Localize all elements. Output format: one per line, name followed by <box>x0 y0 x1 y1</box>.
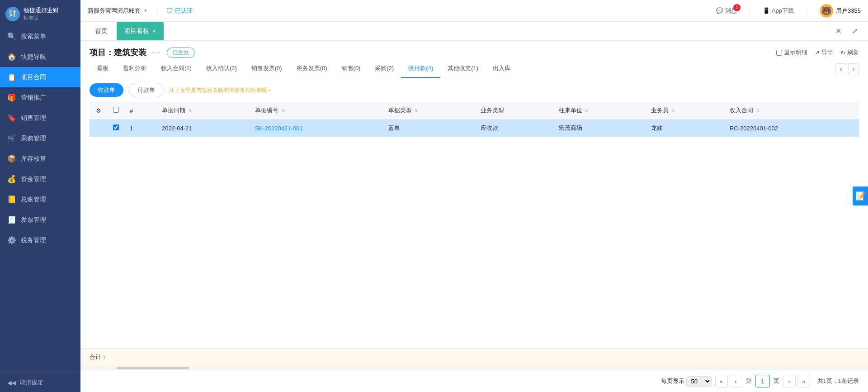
table-header-row: ⚙ # 单据日期 ⇅ 单据编号 ⇅ <box>90 102 859 120</box>
sidebar-item-invoice[interactable]: 🧾 发票管理 <box>0 210 80 230</box>
sidebar-item-label: 搜索菜单 <box>21 33 46 41</box>
receive-filter-button[interactable]: 收款单 <box>90 83 123 97</box>
subtab-income-confirm[interactable]: 收入确认(2) <box>199 60 244 78</box>
last-page-button[interactable]: » <box>797 375 810 387</box>
show-detail-checkbox[interactable]: 显示明细 <box>776 48 807 57</box>
marketing-icon: 🎁 <box>7 93 16 102</box>
tab-home[interactable]: 首页 <box>88 22 115 40</box>
sort-icon[interactable]: ⇅ <box>756 108 760 113</box>
home-icon: 🏠 <box>7 53 16 61</box>
income-contract-column-header[interactable]: 收入合同 ⇅ <box>724 102 859 120</box>
project-actions: 显示明细 ↗ 导出 ↻ 刷新 <box>776 48 859 57</box>
page-size-selector[interactable]: 每页显示 50 10 20 100 <box>661 376 712 387</box>
subtab-prev-button[interactable]: ‹ <box>835 63 846 74</box>
sidebar-item-funds[interactable]: 💰 资金管理 <box>0 169 80 189</box>
subtab-other-income[interactable]: 其他收支(1) <box>440 60 486 78</box>
sidebar-item-label: 采购管理 <box>21 134 46 143</box>
partner-column-header[interactable]: 往来单位 ⇅ <box>553 102 646 120</box>
sidebar-item-marketing[interactable]: 🎁 营销推广 <box>0 87 80 108</box>
sidebar-item-search[interactable]: 🔍 搜索菜单 <box>0 26 80 47</box>
subtab-sales-invoice-label: 销售发票(0) <box>251 65 282 72</box>
filter-note: 注：这里是与项目关联的全部收付款单哦～ <box>169 86 272 94</box>
close-window-button[interactable]: ✕ <box>832 25 844 38</box>
scroll-thumb[interactable] <box>117 367 189 369</box>
row-checkbox[interactable] <box>113 124 119 130</box>
subtab-income-contract-label: 收入合同(1) <box>161 65 192 72</box>
subtab-purchase[interactable]: 采购(2) <box>368 60 401 78</box>
sort-icon[interactable]: ⇅ <box>281 108 285 113</box>
refresh-button[interactable]: ↻ 刷新 <box>840 48 859 57</box>
page-size-label: 每页显示 <box>661 377 684 385</box>
tab-project-board[interactable]: 项目看板 ✕ <box>117 22 164 40</box>
check-column-header[interactable] <box>108 102 124 120</box>
project-more-button[interactable]: ··· <box>152 48 161 57</box>
topbar-divider <box>157 6 157 15</box>
show-detail-input[interactable] <box>776 50 782 56</box>
subtab-sales-invoice[interactable]: 销售发票(0) <box>244 60 289 78</box>
sidebar-item-quicknav[interactable]: 🏠 快捷导航 <box>0 47 80 67</box>
type-column-header[interactable]: 单据类型 ⇅ <box>383 102 475 120</box>
subtab-payment[interactable]: 收付款(4) <box>401 60 440 78</box>
sort-icon[interactable]: ⇅ <box>414 108 418 113</box>
sidebar-item-purchase[interactable]: 🛒 采购管理 <box>0 128 80 148</box>
export-button[interactable]: ↗ 导出 <box>815 48 833 57</box>
current-page[interactable]: 1 <box>755 375 770 387</box>
total-bar: 合计： <box>80 348 868 366</box>
inventory-icon: 📦 <box>7 154 16 163</box>
settings-icon[interactable]: ⚙ <box>96 107 101 114</box>
app-download-button[interactable]: 📱 App下载 <box>763 7 794 15</box>
subtab-kanban-label: 看板 <box>97 65 108 72</box>
pagination: 每页显示 50 10 20 100 « ‹ 第 1 页 › » 共1页，1条记录 <box>80 370 868 392</box>
right-float-button[interactable]: 📝 <box>853 186 868 206</box>
horizontal-scrollbar[interactable] <box>80 366 868 370</box>
settings-column-header[interactable]: ⚙ <box>90 102 108 120</box>
select-all-checkbox[interactable] <box>113 107 119 113</box>
messages-button[interactable]: 💬 消息 1 <box>716 7 737 15</box>
sidebar-item-label: 发票管理 <box>21 216 46 224</box>
page-size-select[interactable]: 50 10 20 100 <box>686 376 712 387</box>
maximize-window-button[interactable]: ⤢ <box>848 25 861 38</box>
code-column-header[interactable]: 单据编号 ⇅ <box>250 102 383 120</box>
export-label: 导出 <box>821 48 833 57</box>
income-contract-label: 收入合同 <box>730 107 753 114</box>
account-selector[interactable]: 新服务官网演示账套 ▼ <box>88 7 148 15</box>
check-cell[interactable] <box>108 120 124 137</box>
pay-filter-button[interactable]: 付款单 <box>129 83 164 97</box>
subtab-next-button[interactable]: › <box>848 63 859 74</box>
sort-icon[interactable]: ⇅ <box>671 108 675 113</box>
subtab-profit[interactable]: 盈利分析 <box>116 60 154 78</box>
subtab-other-income-label: 其他收支(1) <box>448 65 478 72</box>
tab-close-icon[interactable]: ✕ <box>152 28 156 34</box>
content-area: 项目：建筑安装 ··· 已生效 显示明细 ↗ 导出 ↻ 刷新 <box>80 41 868 392</box>
user-menu[interactable]: 🐻 用户3355 <box>820 4 861 18</box>
subtab-sales-label: 销售(0) <box>342 65 361 72</box>
sidebar-item-label: 销售管理 <box>21 114 46 122</box>
code-link[interactable]: SK-20220421-001 <box>255 125 303 132</box>
sort-icon[interactable]: ⇅ <box>585 108 588 113</box>
topbar: 新服务官网演示账套 ▼ 🛡 已认证 💬 消息 1 📱 App下载 🐻 <box>80 0 868 22</box>
sidebar-item-contracts[interactable]: 📋 项目合同 <box>0 67 80 87</box>
table-row[interactable]: 1 2022-04-21 SK-20220421-001 蓝单 应收款 宏茂商场… <box>90 120 859 137</box>
sidebar-item-tax[interactable]: ⚙️ 税务管理 <box>0 230 80 250</box>
sidebar-item-inventory[interactable]: 📦 库存核算 <box>0 148 80 169</box>
project-name: 建筑安装 <box>114 48 146 57</box>
unpin-button[interactable]: ◀◀ 取消固定 <box>0 373 80 392</box>
app-logo-icon: 财 <box>5 7 20 21</box>
prev-page-button[interactable]: ‹ <box>730 375 742 387</box>
date-label: 单据日期 <box>162 107 185 114</box>
sidebar-item-sales[interactable]: 🔖 销售管理 <box>0 108 80 128</box>
sort-icon[interactable]: ⇅ <box>188 108 192 113</box>
sidebar-item-ledger[interactable]: 📒 总账管理 <box>0 189 80 210</box>
subtab-tax-invoice[interactable]: 税务发票(0) <box>289 60 335 78</box>
salesperson-column-header[interactable]: 业务员 ⇅ <box>646 102 724 120</box>
subtab-warehouse[interactable]: 出入库 <box>486 60 518 78</box>
subtab-income-contract[interactable]: 收入合同(1) <box>154 60 199 78</box>
subtab-sales[interactable]: 销售(0) <box>335 60 368 78</box>
date-column-header[interactable]: 单据日期 ⇅ <box>156 102 250 120</box>
next-page-button[interactable]: › <box>783 375 796 387</box>
first-page-button[interactable]: « <box>715 375 728 387</box>
subtab-kanban[interactable]: 看板 <box>90 60 116 78</box>
subtab-warehouse-label: 出入库 <box>493 65 510 72</box>
code-cell[interactable]: SK-20220421-001 <box>250 120 383 137</box>
purchase-icon: 🛒 <box>7 134 16 143</box>
